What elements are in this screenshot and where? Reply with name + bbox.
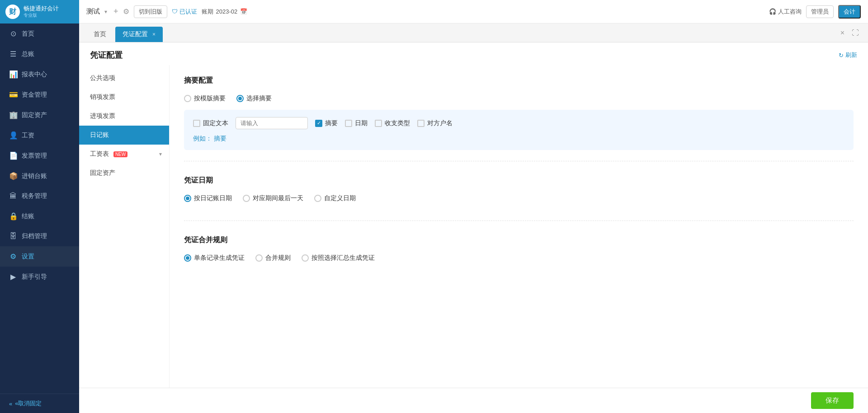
close-account-icon: 🔒 xyxy=(9,212,17,221)
period-display: 账期 2023-02 📅 xyxy=(202,8,248,16)
ledger-icon: ☰ xyxy=(9,50,17,58)
summary-label: 摘要 xyxy=(325,119,338,127)
nav-item-fixed-assets[interactable]: 固定资产 xyxy=(79,164,169,183)
topbar-settings-icon[interactable]: ⚙ xyxy=(123,7,129,16)
consult-icon: 🎧 xyxy=(769,8,776,15)
custom-date-option[interactable]: 自定义日期 xyxy=(314,194,356,202)
sidebar-item-tax[interactable]: 🏛 税务管理 xyxy=(0,186,79,206)
sidebar-logo: 财 畅捷通好会计 专业版 xyxy=(0,0,79,23)
sidebar-item-close[interactable]: 🔒 结账 xyxy=(0,206,79,226)
select-summary-label: 选择摘要 xyxy=(246,94,272,103)
logo-main-text: 畅捷通好会计 xyxy=(24,5,59,13)
sidebar-label-home: 首页 xyxy=(22,30,34,38)
sidebar-item-wages[interactable]: 👤 工资 xyxy=(0,125,79,145)
example-text: 摘要 xyxy=(214,135,226,142)
counterparty-option[interactable]: 对方户名 xyxy=(417,119,453,127)
by-selection-radio[interactable] xyxy=(302,254,309,262)
certified-text: 已认证 xyxy=(179,8,197,16)
last-day-radio[interactable] xyxy=(243,195,250,202)
merge-rules-label: 合并规则 xyxy=(265,254,291,262)
fixed-text-option[interactable]: 固定文本 xyxy=(193,119,228,127)
sidebar-label-close: 结账 xyxy=(22,212,34,221)
payment-type-option[interactable]: 收支类型 xyxy=(375,119,410,127)
summary-option[interactable]: 摘要 xyxy=(315,119,338,127)
summary-example: 例如： 摘要 xyxy=(193,135,844,143)
tab-home[interactable]: 首页 xyxy=(86,27,113,42)
tab-voucher-config[interactable]: 凭证配置 × xyxy=(115,27,163,42)
select-summary-radio[interactable] xyxy=(236,95,244,102)
add-company-icon[interactable]: + xyxy=(113,7,118,16)
nav-item-purchase-invoice[interactable]: 进项发票 xyxy=(79,107,169,126)
old-version-button[interactable]: 切到旧版 xyxy=(134,5,167,18)
close-window-button[interactable]: × xyxy=(839,27,846,39)
by-selection-option[interactable]: 按照选择汇总生成凭证 xyxy=(302,254,375,262)
nav-label-fixed-assets: 固定资产 xyxy=(90,169,115,176)
save-button[interactable]: 保存 xyxy=(811,392,854,409)
last-day-option[interactable]: 对应期间最后一天 xyxy=(243,194,303,202)
merge-rules-option[interactable]: 合并规则 xyxy=(255,254,291,262)
trade-icon: 📦 xyxy=(9,172,17,180)
template-summary-option[interactable]: 按模版摘要 xyxy=(184,94,226,103)
payment-type-label: 收支类型 xyxy=(385,119,410,127)
sidebar-item-invoice[interactable]: 📄 发票管理 xyxy=(0,145,79,166)
nav-label-diary: 日记账 xyxy=(90,131,109,138)
template-summary-radio[interactable] xyxy=(184,95,191,102)
tab-close-icon[interactable]: × xyxy=(152,31,156,38)
single-record-radio[interactable] xyxy=(184,254,191,262)
fixed-text-checkbox[interactable] xyxy=(193,120,200,127)
sidebar-item-guide[interactable]: ▶ 新手引导 xyxy=(0,267,79,287)
nav-item-payroll[interactable]: 工资表 NEW ▾ xyxy=(79,145,169,164)
tab-home-label: 首页 xyxy=(94,30,106,38)
single-record-option[interactable]: 单条记录生成凭证 xyxy=(184,254,245,262)
manager-button[interactable]: 管理员 xyxy=(806,5,834,18)
cancel-fixed-button[interactable]: « «取消固定 xyxy=(0,394,79,413)
voucher-date-section: 凭证日期 按日记账日期 对应期间最后一天 自定义日期 xyxy=(184,176,854,221)
counterparty-checkbox[interactable] xyxy=(417,120,425,127)
sidebar: 财 畅捷通好会计 专业版 ⊙ 首页 ☰ 总账 📊 报表中心 💳 资金管理 🏢 固… xyxy=(0,0,79,413)
wages-icon: 👤 xyxy=(9,131,17,140)
sidebar-item-ledger[interactable]: ☰ 总账 xyxy=(0,44,79,64)
content-layout: 公共选项 销项发票 进项发票 日记账 工资表 NEW ▾ 固定资产 xyxy=(79,65,868,388)
merge-rules-radio[interactable] xyxy=(255,254,263,262)
sidebar-item-home[interactable]: ⊙ 首页 xyxy=(0,23,79,44)
period-label: 账期 xyxy=(202,8,213,16)
by-diary-date-label: 按日记账日期 xyxy=(194,194,232,202)
tabbar: 首页 凭证配置 × × ⛶ xyxy=(79,23,868,42)
company-chevron-icon[interactable]: ▾ xyxy=(104,9,107,15)
fullscreen-button[interactable]: ⛶ xyxy=(850,27,861,39)
nav-label-purchase-invoice: 进项发票 xyxy=(90,112,115,119)
by-diary-date-option[interactable]: 按日记账日期 xyxy=(184,194,232,202)
refresh-icon: ↻ xyxy=(839,52,844,59)
sidebar-item-capital[interactable]: 💳 资金管理 xyxy=(0,84,79,105)
sidebar-item-assets[interactable]: 🏢 固定资产 xyxy=(0,105,79,125)
consult-button[interactable]: 🎧 人工咨询 xyxy=(769,8,802,16)
date-checkbox[interactable] xyxy=(345,120,352,127)
sidebar-item-report[interactable]: 📊 报表中心 xyxy=(0,64,79,84)
select-summary-option[interactable]: 选择摘要 xyxy=(236,94,272,103)
calendar-icon[interactable]: 📅 xyxy=(240,8,247,15)
payment-type-checkbox[interactable] xyxy=(375,120,382,127)
main-area: 测试 ▾ + ⚙ 切到旧版 🛡 已认证 账期 2023-02 📅 🎧 人工咨询 … xyxy=(79,0,868,413)
custom-date-radio[interactable] xyxy=(314,195,321,202)
sidebar-label-guide: 新手引导 xyxy=(22,273,47,281)
summary-checkbox[interactable] xyxy=(315,120,322,127)
summary-config-section: 摘要配置 按模版摘要 选择摘要 xyxy=(184,76,854,161)
sidebar-item-settings[interactable]: ⚙ 设置 xyxy=(0,246,79,267)
sidebar-item-archive[interactable]: 🗄 归档管理 xyxy=(0,226,79,246)
date-option[interactable]: 日期 xyxy=(345,119,368,127)
refresh-button[interactable]: ↻ 刷新 xyxy=(839,51,857,59)
accountant-button[interactable]: 会计 xyxy=(838,5,861,19)
page-title: 凭证配置 xyxy=(90,50,123,61)
counterparty-label: 对方户名 xyxy=(427,119,453,127)
topbar: 测试 ▾ + ⚙ 切到旧版 🛡 已认证 账期 2023-02 📅 🎧 人工咨询 … xyxy=(79,0,868,23)
by-diary-date-radio[interactable] xyxy=(184,195,191,202)
tab-voucher-config-label: 凭证配置 xyxy=(123,30,148,38)
cancel-fixed-icon: « xyxy=(9,400,12,407)
nav-label-public: 公共选项 xyxy=(90,74,115,81)
fixed-text-input[interactable] xyxy=(236,117,308,129)
nav-item-sales-invoice[interactable]: 销项发票 xyxy=(79,88,169,107)
nav-item-public[interactable]: 公共选项 xyxy=(79,69,169,88)
sidebar-item-trade[interactable]: 📦 进销台账 xyxy=(0,166,79,186)
summary-config-box: 固定文本 摘要 日期 xyxy=(184,110,854,150)
nav-item-diary[interactable]: 日记账 xyxy=(79,126,169,145)
